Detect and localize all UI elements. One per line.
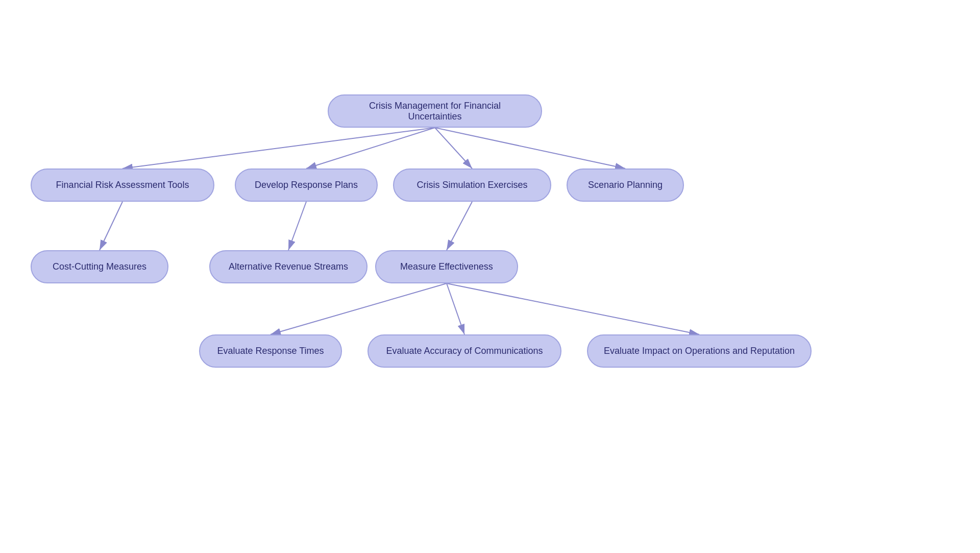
svg-line-4 <box>100 202 122 250</box>
svg-line-1 <box>306 128 435 169</box>
node-measure-effectiveness: Measure Effectiveness <box>375 250 518 283</box>
node-cost-cutting: Cost-Cutting Measures <box>31 250 168 283</box>
svg-line-0 <box>122 128 435 169</box>
node-financial-risk: Financial Risk Assessment Tools <box>31 169 214 202</box>
node-alternative-revenue: Alternative Revenue Streams <box>209 250 368 283</box>
node-crisis-simulation: Crisis Simulation Exercises <box>393 169 551 202</box>
svg-line-5 <box>288 202 306 250</box>
node-evaluate-response-times: Evaluate Response Times <box>199 334 342 368</box>
svg-line-9 <box>447 283 699 334</box>
svg-line-2 <box>435 128 472 169</box>
svg-line-8 <box>447 283 464 334</box>
diagram-container: Crisis Management for Financial Uncertai… <box>0 0 980 553</box>
svg-line-7 <box>271 283 447 334</box>
node-scenario-planning: Scenario Planning <box>567 169 684 202</box>
svg-line-6 <box>447 202 472 250</box>
svg-line-3 <box>435 128 625 169</box>
node-develop-response: Develop Response Plans <box>235 169 378 202</box>
node-evaluate-accuracy: Evaluate Accuracy of Communications <box>368 334 561 368</box>
node-evaluate-impact: Evaluate Impact on Operations and Reputa… <box>587 334 812 368</box>
node-root: Crisis Management for Financial Uncertai… <box>328 94 542 128</box>
